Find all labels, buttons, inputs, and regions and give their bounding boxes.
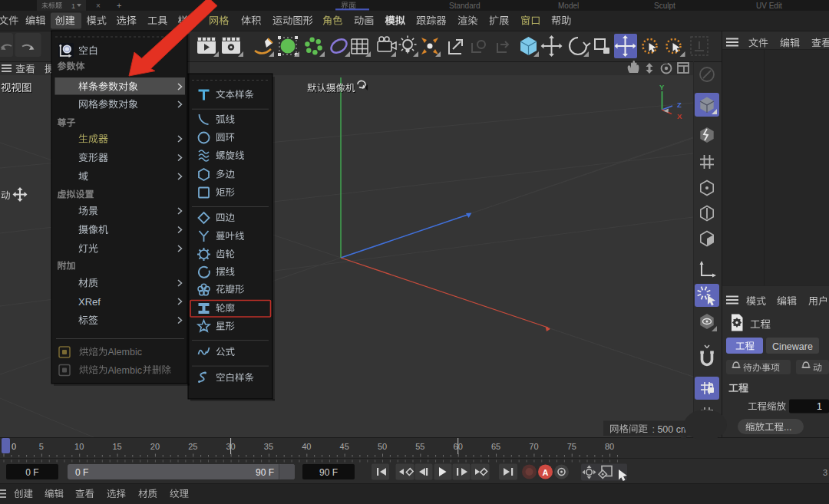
svg-text:1: 1 <box>817 401 822 412</box>
svg-text:0: 0 <box>12 442 16 451</box>
svg-text:Cineware: Cineware <box>772 341 813 352</box>
svg-text:90 F: 90 F <box>319 467 338 478</box>
svg-text:Y: Y <box>659 83 665 91</box>
svg-text:5: 5 <box>39 442 44 451</box>
svg-text:Standard: Standard <box>449 2 481 10</box>
svg-text:45: 45 <box>340 442 349 451</box>
svg-text:75: 75 <box>567 442 576 451</box>
svg-text:Alembic: Alembic <box>108 347 142 357</box>
svg-text:+: + <box>117 1 121 10</box>
svg-text:3: 3 <box>823 468 827 477</box>
svg-text:A: A <box>543 468 549 477</box>
svg-text:60: 60 <box>454 442 463 451</box>
svg-text:UV Edit: UV Edit <box>756 2 782 10</box>
svg-text:70: 70 <box>529 442 538 451</box>
svg-text:20: 20 <box>150 442 160 451</box>
svg-text:Sculpt: Sculpt <box>654 2 675 10</box>
svg-text:35: 35 <box>264 442 273 451</box>
svg-text:0 F: 0 F <box>25 467 38 478</box>
svg-text:80: 80 <box>605 442 614 451</box>
svg-text:40: 40 <box>302 442 311 451</box>
svg-text:1: 1 <box>71 2 75 10</box>
svg-text:10: 10 <box>74 442 84 451</box>
svg-text:90 F: 90 F <box>256 467 274 478</box>
svg-text:Z: Z <box>677 100 682 109</box>
svg-text:Model: Model <box>558 2 579 10</box>
svg-text:: 500 cm: : 500 cm <box>649 424 689 435</box>
svg-text:15: 15 <box>112 442 121 451</box>
svg-text:0 F: 0 F <box>75 467 88 478</box>
svg-text:25: 25 <box>188 442 197 451</box>
svg-text:X: X <box>677 112 682 120</box>
svg-text:55: 55 <box>415 442 424 451</box>
svg-text:XRef: XRef <box>78 296 101 308</box>
svg-text:×: × <box>96 2 101 10</box>
svg-text:30: 30 <box>226 442 235 451</box>
svg-text:Alembic: Alembic <box>108 365 142 376</box>
svg-text:65: 65 <box>491 442 500 451</box>
svg-text:...: ... <box>784 422 791 433</box>
svg-text:50: 50 <box>378 442 387 451</box>
